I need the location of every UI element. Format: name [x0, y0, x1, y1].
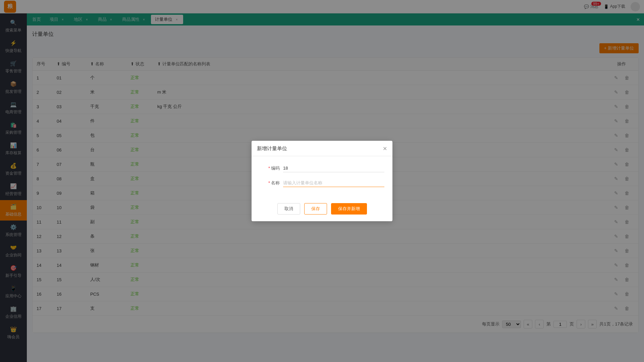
modal-footer: 取消 保存 保存并新增 — [252, 199, 392, 221]
form-row-name: *名称 — [260, 179, 384, 187]
name-input[interactable] — [283, 179, 384, 187]
name-label: *名称 — [260, 180, 280, 186]
code-label: *编码 — [260, 165, 280, 171]
modal-body: *编码 *名称 — [252, 156, 392, 199]
modal-overlay: 新增计量单位 ✕ *编码 *名称 取消 保存 保存并新增 — [0, 0, 644, 362]
save-and-new-button[interactable]: 保存并新增 — [331, 203, 367, 215]
code-input[interactable] — [283, 164, 384, 172]
modal-close-btn[interactable]: ✕ — [383, 145, 387, 152]
cancel-button[interactable]: 取消 — [277, 203, 300, 215]
required-mark: * — [268, 166, 270, 171]
required-mark-name: * — [268, 180, 270, 185]
modal-title: 新增计量单位 — [257, 145, 287, 152]
modal-header: 新增计量单位 ✕ — [252, 141, 392, 156]
form-row-code: *编码 — [260, 164, 384, 172]
save-button[interactable]: 保存 — [304, 203, 327, 215]
add-measure-unit-modal: 新增计量单位 ✕ *编码 *名称 取消 保存 保存并新增 — [252, 141, 392, 221]
